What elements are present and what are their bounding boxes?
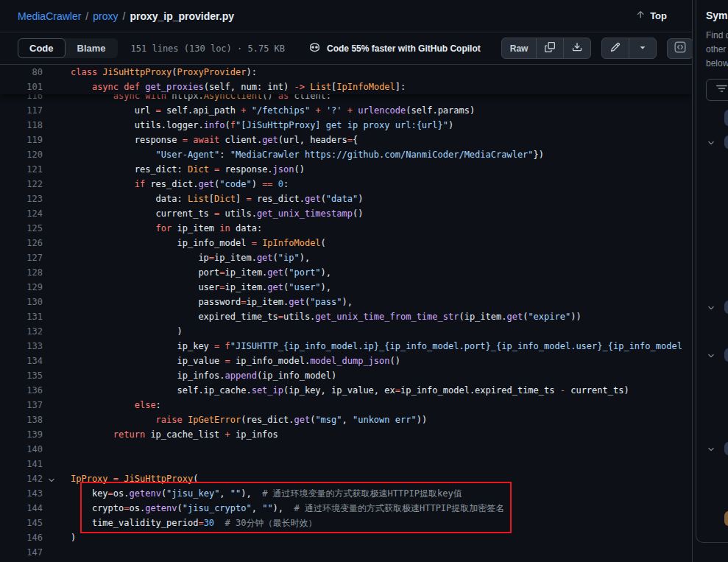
line-number[interactable]: 142: [0, 471, 43, 486]
filter-icon: [716, 83, 727, 97]
symbols-sidebar: Symbols Find definitions and references …: [693, 0, 728, 562]
file-view-main: MediaCrawler / proxy / proxy_ip_provider…: [0, 0, 693, 562]
code-line-text: self.ip_cache.set_ip(ip_key, ip_value, e…: [43, 383, 629, 398]
symbols-filter-input[interactable]: [706, 79, 728, 101]
code-line-text: port=ip_item.get("port"),: [43, 265, 331, 280]
file-toolbar: Code Blame 151 lines (130 loc) · 5.75 KB…: [0, 32, 692, 65]
triangle-down-icon: [637, 42, 648, 55]
breadcrumb-bar: MediaCrawler / proxy / proxy_ip_provider…: [0, 0, 692, 32]
line-number[interactable]: 121: [0, 162, 43, 177]
line-number[interactable]: 135: [0, 368, 43, 383]
line-number[interactable]: 122: [0, 177, 43, 192]
line-number[interactable]: 120: [0, 147, 43, 162]
line-number[interactable]: 128: [0, 265, 43, 280]
code-line-text: IpProxy = JiSuHttpProxy(: [43, 471, 198, 486]
symbols-panel: Symbols Find definitions and references …: [696, 0, 728, 543]
code-row: 119 response = await client.get(url, hea…: [0, 133, 692, 147]
line-number[interactable]: 132: [0, 324, 43, 339]
code-row: 142IpProxy = JiSuHttpProxy(: [0, 471, 692, 486]
line-number[interactable]: 143: [0, 486, 43, 501]
line-number[interactable]: 140: [0, 442, 43, 457]
sticky-scope-lines: 80class JiSuHttpProxy(ProxyProvider):101…: [0, 65, 692, 94]
code-line-text: url = self.api_path + "/fetchips" + '?' …: [43, 103, 475, 118]
line-number[interactable]: 130: [0, 295, 43, 309]
code-row: 136 self.ip_cache.set_ip(ip_key, ip_valu…: [0, 383, 692, 398]
line-number[interactable]: 118: [0, 118, 43, 133]
line-number[interactable]: 133: [0, 339, 43, 354]
symbols-panel-toggle-button[interactable]: [667, 38, 693, 59]
chevron-down-icon[interactable]: [707, 302, 715, 311]
code-area: 116 async with httpx.AsyncClient() as cl…: [0, 65, 692, 562]
edit-file-button[interactable]: [602, 38, 629, 58]
line-number[interactable]: 134: [0, 354, 43, 368]
code-symbols-icon: [674, 41, 686, 55]
code-line-text: ip_info_model = IpInfoModel(: [43, 236, 326, 250]
code-line-text: password=ip_item.get("pass"),: [43, 295, 353, 309]
download-raw-button[interactable]: [563, 38, 590, 58]
copilot-banner[interactable]: Code 55% faster with GitHub Copilot: [308, 41, 481, 56]
edit-dropdown-button[interactable]: [629, 38, 656, 58]
line-number[interactable]: 80: [0, 65, 43, 80]
raw-button[interactable]: Raw: [502, 38, 537, 58]
symbol-item[interactable]: [724, 348, 728, 362]
line-number[interactable]: 129: [0, 280, 43, 295]
code-line-text: [43, 442, 71, 457]
code-line-text: raise IpGetError(res_dict.get("msg", "un…: [43, 412, 427, 427]
line-number[interactable]: 145: [0, 516, 43, 530]
arrow-up-icon: [635, 10, 646, 22]
line-number[interactable]: 137: [0, 398, 43, 412]
chevron-down-icon[interactable]: [707, 350, 715, 359]
breadcrumb-dir-link[interactable]: proxy: [93, 10, 118, 22]
line-number[interactable]: 117: [0, 103, 43, 118]
back-to-top-button[interactable]: Top: [631, 7, 671, 25]
code-row: 129 user=ip_item.get("user"),: [0, 280, 692, 295]
code-line-text: for ip_item in data:: [43, 221, 262, 236]
code-row: 131 expired_time_ts=utils.get_unix_time_…: [0, 309, 692, 324]
symbol-item[interactable]: [724, 442, 728, 455]
code-row: 122 if res_dict.get("code") == 0:: [0, 177, 692, 192]
line-number[interactable]: 139: [0, 427, 43, 442]
breadcrumb-repo-link[interactable]: MediaCrawler: [18, 10, 81, 22]
symbol-item[interactable]: [724, 511, 728, 526]
code-row: 120 "User-Agent": "MediaCrawler https://…: [0, 147, 692, 162]
line-number[interactable]: 136: [0, 383, 43, 398]
code-line-text: expired_time_ts=utils.get_unix_time_from…: [43, 309, 582, 324]
line-number[interactable]: 144: [0, 501, 43, 516]
symbol-item[interactable]: [724, 301, 728, 314]
line-number[interactable]: 127: [0, 250, 43, 265]
file-info: 151 lines (130 loc) · 5.75 KB: [131, 43, 286, 54]
fold-toggle-icon[interactable]: [47, 474, 56, 483]
code-line-text: ip=ip_item.get("ip"),: [43, 250, 310, 265]
line-number[interactable]: 138: [0, 412, 43, 427]
chevron-down-icon[interactable]: [707, 443, 715, 452]
symbol-item[interactable]: [724, 136, 728, 149]
code-line-text: [43, 545, 71, 560]
symbols-panel-description-line: Find definitions and references for func…: [706, 29, 728, 43]
line-number[interactable]: 119: [0, 133, 43, 147]
line-number[interactable]: 101: [0, 80, 43, 94]
code-line-text: ip_value = ip_info_model.model_dump_json…: [43, 354, 400, 368]
line-number[interactable]: 131: [0, 309, 43, 324]
line-number[interactable]: 123: [0, 192, 43, 206]
pencil-icon: [610, 42, 621, 55]
code-line-text: res_dict: Dict = response.json(): [43, 162, 305, 177]
breadcrumb-separator: /: [85, 10, 88, 22]
chevron-down-icon[interactable]: [707, 137, 715, 146]
tab-code[interactable]: Code: [18, 38, 66, 58]
line-number[interactable]: 147: [0, 545, 43, 560]
line-number[interactable]: 126: [0, 236, 43, 250]
code-row: 126 ip_info_model = IpInfoModel(: [0, 236, 692, 250]
tab-blame[interactable]: Blame: [66, 38, 118, 58]
code-row: 137 else:: [0, 398, 692, 412]
code-line-text: else:: [43, 398, 161, 412]
code-line-text: async def get_proxies(self, num: int) ->…: [43, 80, 406, 94]
breadcrumb-separator: /: [122, 10, 125, 22]
symbol-item[interactable]: [724, 110, 728, 126]
line-number[interactable]: 124: [0, 206, 43, 221]
code-row: 80class JiSuHttpProxy(ProxyProvider):: [0, 65, 692, 80]
line-number[interactable]: 141: [0, 457, 43, 471]
copy-raw-button[interactable]: [536, 38, 563, 58]
line-number[interactable]: 146: [0, 530, 43, 545]
code-row: 124 current_ts = utils.get_unix_timestam…: [0, 206, 692, 221]
line-number[interactable]: 125: [0, 221, 43, 236]
